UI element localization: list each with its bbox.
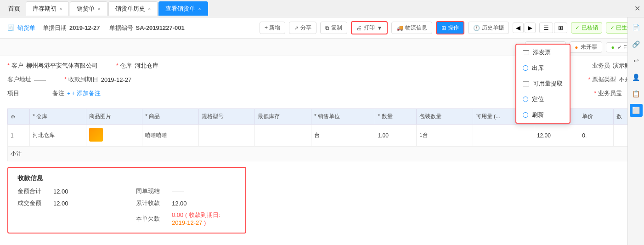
outbound-icon — [523, 65, 528, 71]
row-pack-qty: 1台 — [417, 125, 473, 147]
customer-label: 客户 — [7, 62, 23, 70]
close-icon[interactable]: × — [97, 6, 100, 11]
doc-type-icon: 🧾 — [7, 24, 15, 31]
prev-button[interactable]: ◀ — [513, 23, 524, 33]
dropdown-refresh[interactable]: 刷新 — [516, 107, 570, 123]
col-price: 单价 — [579, 109, 613, 125]
doc-header: 🧾 销货单 单据日期 2019-12-27 单据编号 SA-20191227-0… — [0, 17, 644, 39]
payment-due-field: 收款到期日 2019-12-27 — [64, 75, 131, 84]
tab-sales-order[interactable]: 销货单 × — [70, 1, 107, 16]
operation-button[interactable]: ⊞ 操作 — [436, 21, 464, 34]
ticket-label: 票据类型 — [588, 75, 616, 84]
address-label: 客户地址 — [7, 75, 31, 84]
invoice-icon — [523, 50, 529, 55]
col-spec: 规格型号 — [198, 109, 255, 125]
payment-title: 收款信息 — [17, 174, 236, 182]
warehouse-field: 仓库 河北仓库 — [116, 62, 159, 70]
list-view-button[interactable]: ☰ — [539, 23, 553, 33]
doc-meta: 单据日期 2019-12-27 单据编号 SA-20191227-001 — [43, 24, 185, 32]
warehouse-value: 河北仓库 — [135, 62, 158, 70]
view-toggle: ☰ ⊞ — [539, 23, 567, 33]
history-button[interactable]: 🕐 历史单据 — [468, 22, 509, 34]
close-icon[interactable]: × — [59, 6, 62, 11]
share-icon: ↗ — [294, 25, 299, 31]
doc-date-value: 2019-12-27 — [69, 24, 100, 31]
grid-view-button[interactable]: ⊞ — [554, 23, 567, 33]
sidebar-doc-icon[interactable]: 📄 — [630, 21, 643, 34]
new-button[interactable]: + 新增 — [260, 22, 285, 34]
col-quantity: * 数量 — [375, 109, 416, 125]
tab-view-sales[interactable]: 查看销货单 × — [158, 1, 208, 16]
settlement-row: 同单现结 —— — [136, 187, 236, 195]
balance-label: 本单欠款 — [136, 215, 168, 223]
total-label: 金额合计 — [17, 187, 50, 195]
not-open-button[interactable]: 未开票 — [570, 41, 602, 53]
sidebar-table-icon[interactable]: 📋 — [630, 87, 643, 100]
payment-right: 同单现结 —— 累计收款 12.00 本单欠款 0.00 ( 收款到期日: 20… — [136, 187, 236, 226]
sold-status-badge: ✓ 已核销 — [571, 22, 602, 34]
project-label: 项目 — [7, 89, 19, 97]
dropdown-outbound[interactable]: 出库 — [516, 60, 570, 76]
copy-button[interactable]: ⧉ 复制 — [320, 22, 347, 34]
logistics-button[interactable]: 🚚 物流信息 — [391, 22, 432, 34]
payment-info: 收款信息 金额合计 12.00 成交金额 12.00 同单现结 —— — [7, 167, 246, 234]
cumulative-label: 累计收款 — [136, 199, 168, 207]
staff-label: 业务员 — [592, 62, 610, 70]
payment-left: 金额合计 12.00 成交金额 12.00 — [17, 187, 118, 226]
doc-actions: + 新增 ↗ 分享 ⧉ 复制 🖨 打印 ▼ 🚚 物流信息 — [260, 21, 637, 34]
sidebar-return-icon[interactable]: ↩ — [630, 54, 643, 67]
col-settings[interactable]: ⚙ — [8, 109, 30, 125]
address-field: 客户地址 —— — [7, 75, 46, 84]
sidebar-user-icon[interactable]: 👤 — [630, 71, 643, 84]
truck-icon: 🚚 — [396, 25, 403, 31]
col-product-img: 商品图片 — [86, 109, 142, 125]
subtotal-label: 小计 — [8, 147, 637, 161]
tab-home[interactable]: 首页 — [4, 2, 25, 16]
row-no: 1 — [8, 125, 30, 147]
subtotal-row: 小计 — [8, 147, 637, 161]
share-button[interactable]: ↗ 分享 — [289, 22, 316, 34]
row-available — [473, 125, 534, 147]
history-icon: 🕐 — [473, 25, 480, 31]
dropdown-arrow-icon: ▼ — [377, 25, 382, 31]
print-icon: 🖨 — [356, 25, 362, 31]
sidebar-expand-icon[interactable]: ⬜ — [630, 104, 643, 117]
salesman-label: 业务员盂 — [594, 89, 622, 97]
col-min-stock: 最低库存 — [255, 109, 311, 125]
tab-inventory-init[interactable]: 库存期初 × — [26, 1, 69, 16]
next-button[interactable]: ▶ — [525, 23, 536, 33]
table-row: 1 河北仓库 嘻嘻嘻嘻 台 1.00 1台 12.00 0. — [8, 125, 637, 147]
project-field: 项目 —— — [7, 89, 34, 97]
total-row: 金额合计 12.00 — [17, 187, 118, 195]
dropdown-locate[interactable]: 定位 — [516, 91, 570, 107]
row-min-stock — [255, 125, 311, 147]
note-field: 备注 + 添加备注 — [52, 89, 101, 97]
customer-value: 柳州粤港平安气体有限公司 — [26, 62, 98, 70]
doc-no-label: 单据编号 SA-20191227-001 — [109, 24, 185, 32]
tab-sales-history[interactable]: 销货单历史 × — [108, 1, 158, 16]
copy-icon: ⧉ — [325, 25, 329, 31]
sidebar-link-icon[interactable]: 🔗 — [630, 38, 643, 51]
dropdown-menu: 添发票 出库 可用量提取 定位 刷新 — [515, 44, 571, 124]
add-note-button[interactable]: + 添加备注 — [67, 89, 101, 97]
cumulative-row: 累计收款 12.00 — [136, 199, 236, 207]
note-label: 备注 — [52, 89, 64, 97]
close-icon[interactable]: × — [148, 6, 151, 11]
row-warehouse: 河北仓库 — [30, 125, 86, 147]
doc-title-area: 🧾 销货单 单据日期 2019-12-27 单据编号 SA-20191227-0… — [7, 24, 185, 32]
doc-date-label: 单据日期 2019-12-27 — [43, 24, 100, 32]
payment-due-label: 收款到期日 — [64, 75, 98, 84]
dropdown-add-invoice[interactable]: 添发票 — [516, 45, 570, 60]
extract-icon — [523, 81, 529, 86]
refresh-icon — [523, 112, 528, 118]
print-button[interactable]: 🖨 打印 ▼ — [351, 21, 388, 34]
product-image — [89, 128, 103, 142]
warehouse-label: 仓库 — [116, 62, 132, 70]
customer-field: 客户 柳州粤港平安气体有限公司 — [7, 62, 98, 70]
close-icon[interactable]: × — [198, 6, 201, 11]
tab-bar-close-icon[interactable]: ✕ — [634, 4, 640, 13]
dropdown-available-extract[interactable]: 可用量提取 — [516, 76, 570, 91]
grid-icon: ⊞ — [441, 25, 446, 31]
row-spec — [198, 125, 255, 147]
tab-bar: 首页 库存期初 × 销货单 × 销货单历史 × 查看销货单 × ✕ — [0, 0, 644, 17]
